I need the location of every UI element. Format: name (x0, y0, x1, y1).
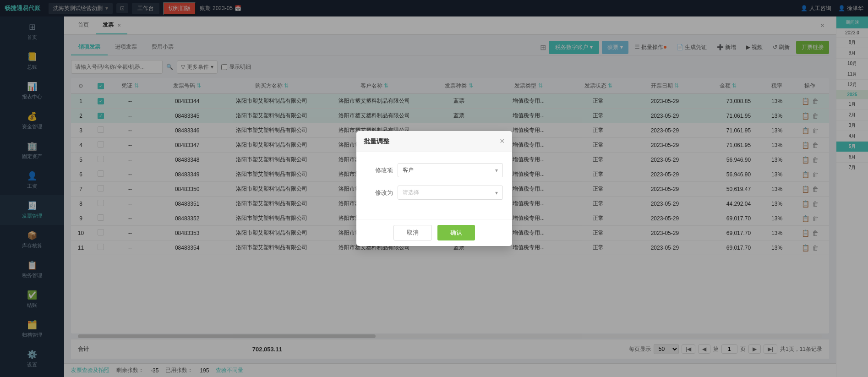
modal-close-btn[interactable]: × (500, 137, 505, 146)
modal-title: 批量调整 (364, 137, 389, 146)
modal-confirm-btn[interactable]: 确认 (437, 225, 475, 240)
modify-to-arrow-icon: ▾ (495, 190, 498, 196)
modal-cancel-btn[interactable]: 取消 (393, 225, 432, 240)
modify-item-row: 修改项 客户 ▾ (366, 163, 503, 177)
batch-adjust-modal: 批量调整 × 修改项 客户 ▾ 修改为 请选择 ▾ 取消 确认 (356, 131, 512, 246)
modify-to-row: 修改为 请选择 ▾ (366, 186, 503, 200)
modify-to-label: 修改为 (366, 189, 393, 197)
modal-overlay: 批量调整 × 修改项 客户 ▾ 修改为 请选择 ▾ 取消 确认 (0, 0, 868, 377)
modify-item-label: 修改项 (366, 166, 393, 175)
modify-item-select[interactable]: 客户 ▾ (398, 163, 503, 177)
modify-to-select[interactable]: 请选择 ▾ (398, 186, 503, 200)
modal-header: 批量调整 × (356, 131, 512, 152)
modify-to-placeholder: 请选择 (403, 189, 419, 197)
modal-footer: 取消 确认 (356, 219, 512, 246)
modify-item-value: 客户 (403, 166, 414, 174)
modal-body: 修改项 客户 ▾ 修改为 请选择 ▾ (356, 152, 512, 219)
modify-item-arrow-icon: ▾ (495, 167, 498, 174)
